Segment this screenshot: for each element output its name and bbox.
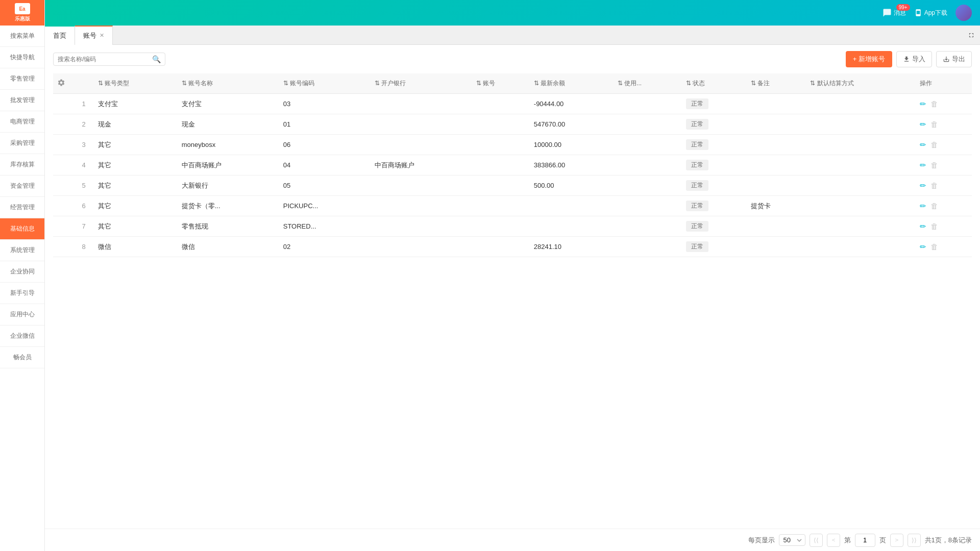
- sidebar-item-wholesale-mgmt[interactable]: 批发管理: [0, 90, 44, 111]
- row-status-6: 正常: [682, 196, 747, 216]
- edit-button-6[interactable]: ✏: [920, 202, 926, 211]
- avatar-image: [955, 5, 972, 21]
- export-button[interactable]: 导出: [936, 51, 972, 67]
- delete-button-8[interactable]: 🗑: [930, 242, 938, 251]
- prev-page-button[interactable]: ＜: [827, 534, 840, 547]
- page-label: 第: [844, 536, 851, 545]
- row-action-2: ✏ 🗑: [916, 114, 972, 135]
- delete-button-7[interactable]: 🗑: [930, 222, 938, 231]
- row-usage-7: [614, 216, 682, 237]
- sidebar-item-basic-info[interactable]: 基础信息: [0, 218, 44, 240]
- sidebar-item-sys-mgmt[interactable]: 系统管理: [0, 240, 44, 261]
- row-type-3: 其它: [94, 135, 178, 155]
- row-name-3: moneybosx: [178, 135, 279, 155]
- sidebar: Ea 乐惠版 搜索菜单快捷导航零售管理批发管理电商管理采购管理库存核算资金管理经…: [0, 0, 45, 551]
- delete-button-6[interactable]: 🗑: [930, 202, 938, 210]
- row-name-7: 零售抵现: [178, 216, 279, 237]
- delete-button-2[interactable]: 🗑: [930, 120, 938, 129]
- sidebar-item-quick-nav[interactable]: 快捷导航: [0, 47, 44, 68]
- col-num-header: [74, 73, 94, 94]
- sidebar-items: 搜索菜单快捷导航零售管理批发管理电商管理采购管理库存核算资金管理经营管理基础信息…: [0, 26, 44, 368]
- search-icon: 🔍: [152, 55, 161, 63]
- logo-icon-text: Ea: [19, 6, 25, 12]
- row-num-6: 6: [74, 196, 94, 216]
- row-bank-2: [371, 114, 472, 135]
- sidebar-item-enterprise-wechat[interactable]: 企业微信: [0, 325, 44, 347]
- col-bank-header: ⇅ 开户银行: [371, 73, 472, 94]
- tab-close-icon[interactable]: ✕: [100, 32, 104, 39]
- last-page-button[interactable]: ⟩⟩: [908, 534, 921, 547]
- row-code-5: 05: [279, 176, 371, 196]
- sidebar-item-ecommerce-mgmt[interactable]: 电商管理: [0, 111, 44, 133]
- settings-icon[interactable]: [57, 79, 65, 87]
- edit-button-3[interactable]: ✏: [920, 140, 926, 149]
- sidebar-item-retail-mgmt[interactable]: 零售管理: [0, 68, 44, 90]
- topbar: 消息 99+ App下载: [45, 0, 980, 26]
- sidebar-item-enterprise-agreement[interactable]: 企业协同: [0, 261, 44, 283]
- search-input[interactable]: [58, 56, 149, 63]
- edit-button-2[interactable]: ✏: [920, 120, 926, 129]
- row-remark-7: [747, 216, 806, 237]
- page-size-select[interactable]: 50 100 200: [779, 534, 805, 546]
- user-avatar[interactable]: [955, 5, 972, 21]
- row-type-1: 支付宝: [94, 94, 178, 114]
- table-header-row: ⇅ 账号类型 ⇅ 账号名称 ⇅ 账号编码 ⇅ 开户银行 ⇅ 账号: [53, 73, 972, 94]
- page-number-input[interactable]: [855, 534, 875, 547]
- first-page-button[interactable]: ⟨⟨: [810, 534, 823, 547]
- row-balance-4: 383866.00: [530, 155, 614, 176]
- sidebar-item-starter-guide[interactable]: 新手引导: [0, 283, 44, 304]
- table-row: 6 其它 提货卡（零... PICKUPC... 正常 提货卡 ✏ 🗑: [53, 196, 972, 216]
- row-name-4: 中百商场账户: [178, 155, 279, 176]
- row-gear-7: [53, 216, 74, 237]
- tab-accounts-label: 账号: [83, 31, 96, 40]
- sidebar-item-search-menu[interactable]: 搜索菜单: [0, 26, 44, 47]
- row-num-3: 3: [74, 135, 94, 155]
- import-icon: [903, 56, 910, 63]
- delete-button-3[interactable]: 🗑: [930, 140, 938, 149]
- row-gear-6: [53, 196, 74, 216]
- row-default-settlement-3: [806, 135, 916, 155]
- row-num-1: 1: [74, 94, 94, 114]
- row-remark-1: [747, 94, 806, 114]
- app-download-button[interactable]: App下载: [914, 9, 947, 17]
- sidebar-item-ops-mgmt[interactable]: 经营管理: [0, 197, 44, 218]
- row-balance-3: 10000.00: [530, 135, 614, 155]
- sidebar-item-finance-mgmt[interactable]: 资金管理: [0, 176, 44, 197]
- messages-button[interactable]: 消息 99+: [883, 8, 906, 17]
- accounts-table: ⇅ 账号类型 ⇅ 账号名称 ⇅ 账号编码 ⇅ 开户银行 ⇅ 账号: [53, 73, 972, 257]
- edit-button-4[interactable]: ✏: [920, 161, 926, 170]
- row-code-3: 06: [279, 135, 371, 155]
- table-body: 1 支付宝 支付宝 03 -90444.00 正常 ✏ 🗑 2 现金 现金 01…: [53, 94, 972, 257]
- sidebar-item-purchase-mgmt[interactable]: 采购管理: [0, 133, 44, 154]
- edit-button-8[interactable]: ✏: [920, 242, 926, 252]
- row-num-4: 4: [74, 155, 94, 176]
- sidebar-item-member[interactable]: 畅会员: [0, 347, 44, 368]
- row-bank-4: 中百商场账户: [371, 155, 472, 176]
- logo-sub-text: 乐惠版: [15, 15, 30, 22]
- search-box: 🔍: [53, 53, 165, 66]
- tab-expand-button[interactable]: [963, 32, 980, 39]
- delete-button-5[interactable]: 🗑: [930, 181, 938, 190]
- row-account-1: [472, 94, 530, 114]
- delete-button-4[interactable]: 🗑: [930, 161, 938, 169]
- edit-button-1[interactable]: ✏: [920, 99, 926, 109]
- row-account-2: [472, 114, 530, 135]
- edit-button-5[interactable]: ✏: [920, 181, 926, 190]
- edit-button-7[interactable]: ✏: [920, 222, 926, 231]
- sidebar-item-inventory-calc[interactable]: 库存核算: [0, 154, 44, 176]
- row-default-settlement-8: [806, 237, 916, 257]
- next-page-button[interactable]: ＞: [890, 534, 903, 547]
- row-remark-3: [747, 135, 806, 155]
- delete-button-1[interactable]: 🗑: [930, 99, 938, 108]
- page-unit: 页: [879, 536, 886, 545]
- page-size-wrapper: 50 100 200: [779, 534, 805, 546]
- row-balance-8: 28241.10: [530, 237, 614, 257]
- row-num-8: 8: [74, 237, 94, 257]
- tab-accounts[interactable]: 账号 ✕: [75, 26, 113, 45]
- row-account-8: [472, 237, 530, 257]
- row-usage-1: [614, 94, 682, 114]
- sidebar-item-app-center[interactable]: 应用中心: [0, 304, 44, 325]
- add-account-button[interactable]: + 新增账号: [846, 51, 892, 67]
- tab-home[interactable]: 首页: [45, 26, 75, 45]
- import-button[interactable]: 导入: [896, 51, 932, 67]
